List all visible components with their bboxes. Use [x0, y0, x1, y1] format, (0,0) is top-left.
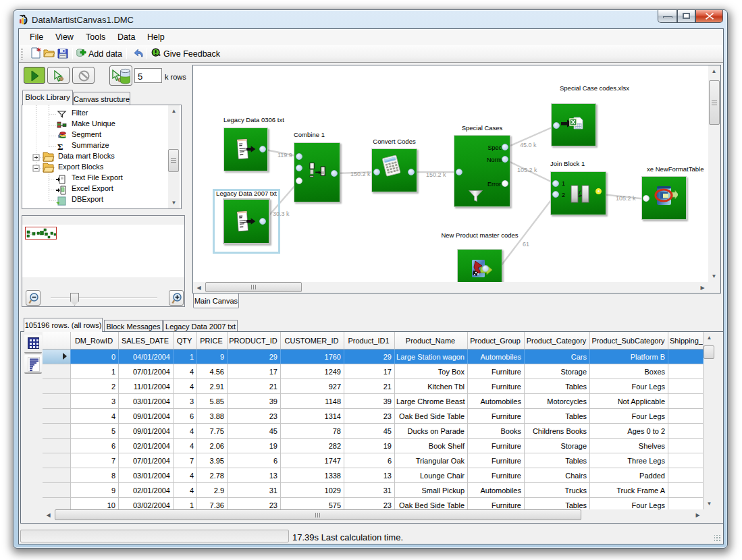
svg-text:Σ: Σ: [57, 142, 63, 152]
